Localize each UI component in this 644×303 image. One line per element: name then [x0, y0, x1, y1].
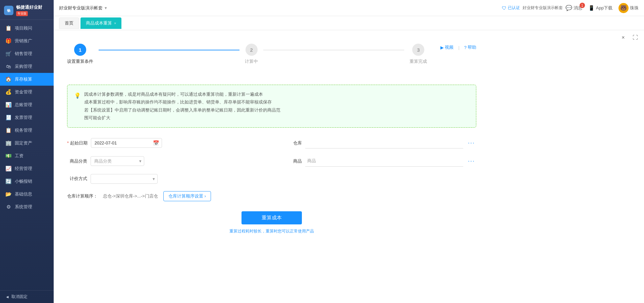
video-button[interactable]: ▶ 视频: [440, 44, 453, 50]
warehouse-label: 仓库: [282, 140, 302, 146]
sidebar-footer-collapse[interactable]: ◄ 取消固定: [0, 290, 54, 303]
inventory-icon: 🏠: [5, 76, 11, 82]
calendar-icon[interactable]: 📅: [153, 140, 159, 146]
user-avatar-button[interactable]: 🐻 珠珠: [619, 3, 639, 13]
pricing-select[interactable]: [91, 174, 158, 184]
system-icon: ⚙: [5, 204, 11, 210]
sidebar-item-label: 税务管理: [15, 127, 32, 133]
product-dots-button[interactable]: ···: [467, 156, 476, 166]
recalc-cost-button[interactable]: 重算成本: [241, 211, 302, 224]
app-download-label: App下载: [596, 5, 612, 11]
warehouse-dots-button[interactable]: ···: [467, 138, 476, 148]
category-label: 商品分类: [67, 158, 87, 164]
step-1: 1 设置重算条件: [67, 44, 93, 64]
sales-icon: 🛒: [5, 51, 11, 57]
start-date-input-wrapper: 📅: [91, 138, 162, 148]
assets-icon: 🏢: [5, 140, 11, 146]
start-date-label: 起始日期: [67, 140, 88, 146]
sidebar-item-purchase[interactable]: 🛍 采购管理: [0, 60, 54, 73]
purchase-icon: 🛍: [5, 63, 11, 70]
sidebar-item-basic[interactable]: 📂 基础信息: [0, 188, 54, 201]
sidebar-item-sales[interactable]: 🛒 销售管理: [0, 47, 54, 60]
sidebar-item-label: 工资: [15, 153, 23, 159]
sidebar-item-label: 系统管理: [15, 204, 32, 210]
topbar-actions: 💬 消息 1 📱 App下载 🐻 珠珠: [566, 3, 639, 13]
step-2-number: 2: [250, 47, 253, 53]
help-label: 帮助: [468, 44, 476, 50]
warehouse-order-settings-button[interactable]: 仓库计算顺序设置 ›: [163, 191, 211, 201]
warehouse-settings-label: 仓库计算顺序设置: [168, 193, 203, 199]
user-name: 珠珠: [630, 5, 639, 11]
sidebar-item-invoice[interactable]: 🧾 发票管理: [0, 111, 54, 124]
expense-icon: 🔄: [5, 178, 11, 184]
verified-text: 已认证: [508, 5, 520, 11]
app-title: 畅捷通好业财: [16, 5, 42, 10]
sidebar-item-finance[interactable]: 💰 资金管理: [0, 86, 54, 98]
message-button[interactable]: 💬 消息 1: [566, 5, 582, 11]
tab-cost-recalc[interactable]: 商品成本重算 ×: [80, 17, 121, 29]
sidebar-item-inventory[interactable]: 🏠 库存核算: [0, 73, 54, 86]
collapse-icon: ◄: [5, 295, 9, 299]
marketing-icon: 🎁: [5, 38, 11, 44]
form-row-2: 商品分类 商品分类 ▾ 商品 商品 ···: [67, 156, 476, 167]
sidebar-item-label: 销售管理: [15, 51, 32, 57]
message-icon: 💬: [566, 5, 572, 11]
sidebar-item-general[interactable]: 📊 总账管理: [0, 98, 54, 111]
info-icon: 💡: [74, 91, 81, 122]
sidebar-nav: 📋 项目顾问 🎁 营销推广 🛒 销售管理 🛍 采购管理 🏠 库存核算 💰 资金管…: [0, 20, 54, 290]
product-placeholder: 商品: [307, 158, 316, 164]
sidebar-item-project[interactable]: 📋 项目顾问: [0, 22, 54, 35]
step-1-circle: 1: [74, 44, 86, 56]
divider: |: [458, 45, 459, 50]
step-2-label: 计算中: [245, 58, 258, 64]
sidebar-item-label: 营销推广: [15, 38, 32, 44]
sidebar-item-assets[interactable]: 🏢 固定资产: [0, 137, 54, 149]
close-window-button[interactable]: ×: [619, 33, 628, 42]
warehouse-field: 仓库 ···: [282, 138, 476, 148]
info-line-3: 若【系统设置】中启用了自动调整记账日期时，会调整入库单的整单记账日期，因此重新计…: [84, 106, 280, 114]
avatar: 🐻: [619, 3, 629, 13]
sidebar-item-label: 基础信息: [15, 191, 32, 197]
sidebar-item-salary[interactable]: 💵 工资: [0, 149, 54, 162]
sidebar-item-label: 发票管理: [15, 115, 32, 121]
active-tab-label: 商品成本重算: [86, 20, 112, 26]
content-area: × ⛶ 1 设置重算条件: [54, 30, 644, 303]
info-line-4: 围可能会扩大: [84, 114, 280, 122]
sidebar-item-system[interactable]: ⚙ 系统管理: [0, 201, 54, 213]
sidebar-item-expense[interactable]: 🔄 小畅报销: [0, 175, 54, 188]
verified-badge: 🛡 已认证: [502, 5, 520, 11]
tab-close-icon[interactable]: ×: [114, 21, 116, 25]
warehouse-order-row: 仓库计算顺序： 总仓->深圳仓库->...->门店仓 仓库计算顺序设置 ›: [67, 191, 476, 201]
sidebar-item-label: 项目顾问: [15, 25, 32, 31]
warehouse-input-area: [305, 138, 463, 148]
sidebar-item-marketing[interactable]: 🎁 营销推广: [0, 35, 54, 47]
sidebar-item-operation[interactable]: 📈 经营管理: [0, 162, 54, 175]
sidebar-item-label: 总账管理: [15, 102, 32, 108]
help-button[interactable]: ? 帮助: [464, 44, 476, 50]
sidebar: 畅 畅捷通好业财 专业版 📋 项目顾问 🎁 营销推广 🛒 销售管理 🛍 采购管理…: [0, 0, 54, 303]
category-field: 商品分类 商品分类 ▾: [67, 156, 262, 166]
pricing-label: 计价方式: [67, 176, 87, 182]
submit-area: 重算成本 重算过程耗时较长，重算时您可以正常使用产品: [67, 211, 476, 234]
step-3-circle: 3: [412, 44, 424, 56]
tax-icon: 📋: [5, 127, 11, 133]
step-line-2-3: [263, 50, 404, 50]
app-download-button[interactable]: 📱 App下载: [588, 5, 612, 11]
expand-icon: ⛶: [633, 35, 638, 41]
video-label: 视频: [445, 44, 453, 50]
step-line-1-2: [99, 50, 239, 50]
step-3: 3 重算完成: [410, 44, 427, 64]
info-text: 因成本计算参数调整，或是对商品成本有疑问时，可以通过成本重算功能，重新计算一遍成…: [84, 90, 280, 122]
recalc-hint: 重算过程耗时较长，重算时您可以正常使用产品: [229, 228, 314, 234]
step-3-number: 3: [417, 47, 420, 53]
topbar: 好业财专业版演示帐套 ▾ 🛡 已认证 好业财专业版演示帐套 💬 消息 1 📱 A…: [54, 0, 644, 16]
expand-window-button[interactable]: ⛶: [631, 33, 640, 42]
account-selector[interactable]: 好业财专业版演示帐套 ▾: [59, 5, 499, 11]
tab-home[interactable]: 首页: [59, 17, 79, 29]
operation-icon: 📈: [5, 166, 11, 172]
info-box: 💡 因成本计算参数调整，或是对商品成本有疑问时，可以通过成本重算功能，重新计算一…: [67, 85, 476, 128]
main-area: 好业财专业版演示帐套 ▾ 🛡 已认证 好业财专业版演示帐套 💬 消息 1 📱 A…: [54, 0, 644, 303]
category-select[interactable]: 商品分类: [91, 156, 144, 166]
start-date-input[interactable]: [91, 138, 162, 148]
sidebar-item-tax[interactable]: 📋 税务管理: [0, 124, 54, 137]
